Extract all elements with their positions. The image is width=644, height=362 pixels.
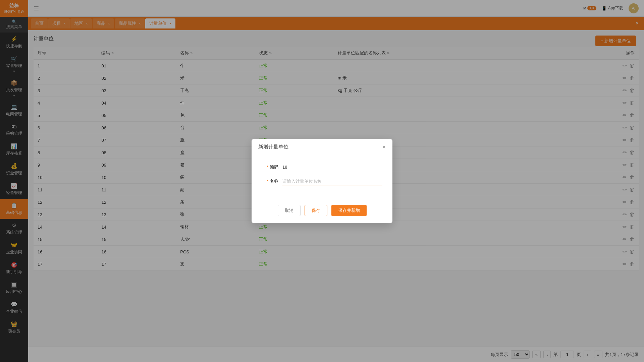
form-row-name: 名称 xyxy=(262,177,382,185)
modal-body: 编码 名称 xyxy=(252,155,392,199)
add-unit-modal: 新增计量单位 × 编码 名称 取消 保存 保存并新增 xyxy=(252,139,392,223)
modal-close-button[interactable]: × xyxy=(382,144,386,150)
name-label: 名称 xyxy=(262,178,278,184)
modal-header: 新增计量单位 × xyxy=(252,139,392,155)
modal-overlay[interactable]: 新增计量单位 × 编码 名称 取消 保存 保存并新增 xyxy=(0,0,644,362)
modal-footer: 取消 保存 保存并新增 xyxy=(252,199,392,223)
name-input[interactable] xyxy=(282,177,382,185)
cancel-button[interactable]: 取消 xyxy=(278,205,301,216)
save-button[interactable]: 保存 xyxy=(305,205,327,216)
code-label: 编码 xyxy=(262,164,278,170)
form-row-code: 编码 xyxy=(262,163,382,171)
code-input[interactable] xyxy=(282,163,382,171)
save-and-new-button[interactable]: 保存并新增 xyxy=(331,205,367,216)
modal-title: 新增计量单位 xyxy=(258,144,288,150)
